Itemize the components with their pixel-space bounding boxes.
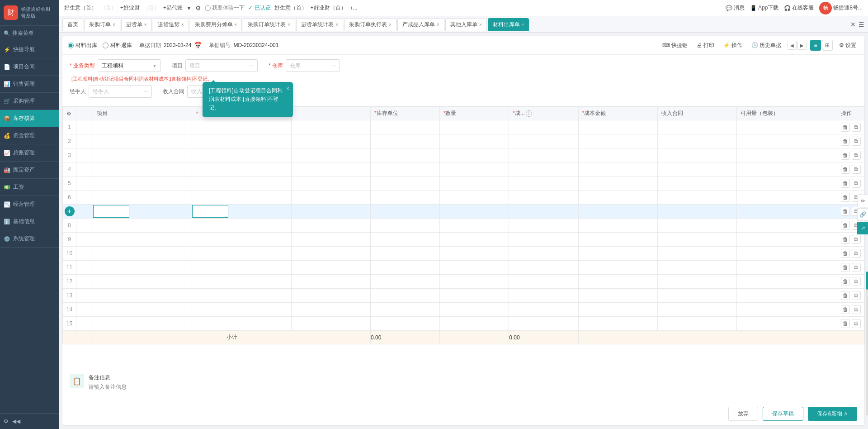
row-10-delete-btn[interactable]: 🗑 (841, 249, 850, 258)
tab-material-out[interactable]: 材料出库单 × (488, 18, 529, 31)
row-5-delete-btn[interactable]: 🗑 (841, 179, 850, 188)
row-1-delete-btn[interactable]: 🗑 (841, 123, 850, 132)
row-12-delete-btn[interactable]: 🗑 (841, 277, 850, 286)
save-draft-btn[interactable]: 保存草稿 (763, 407, 803, 421)
row-1-unit[interactable] (371, 120, 440, 134)
row-1-copy-btn[interactable]: ⧉ (852, 123, 861, 132)
tab-purchase-order[interactable]: 采购订单 × (84, 18, 120, 31)
tab-purchase-exec[interactable]: 采购订单执行表 × (344, 18, 396, 31)
tab-menu-btn[interactable]: ☰ (859, 21, 864, 28)
close-product-in-tab[interactable]: × (437, 22, 439, 27)
discard-btn[interactable]: 放弃 (728, 407, 758, 421)
tab-purchase-in-stat[interactable]: 进货单统计表 × (296, 18, 343, 31)
business-type-input[interactable]: 工程领料 ▼ (98, 59, 161, 72)
topbar-good-finance2[interactable]: +好业财（首） (311, 4, 346, 12)
row-2-project[interactable] (93, 134, 192, 148)
row-9-copy-btn[interactable]: ⧉ (852, 235, 861, 244)
form-settings-btn[interactable]: ⚙ 设置 (836, 40, 859, 51)
tab-purchase-stat[interactable]: 采购订单统计表 × (243, 18, 295, 31)
message-btn[interactable]: 💬 消息 (726, 4, 745, 12)
row-15-copy-btn[interactable]: ⧉ (852, 319, 861, 328)
calendar-icon[interactable]: 📅 (194, 42, 202, 49)
row-1-costamt[interactable] (578, 120, 657, 134)
topbar-experience[interactable]: ◯ 我要体验一下 (205, 4, 245, 12)
row-1-spec[interactable] (291, 120, 370, 134)
handler-more-icon[interactable]: ··· (143, 88, 148, 95)
sidebar-item-sales[interactable]: 📊 销售管理 (0, 76, 59, 93)
row-12-copy-btn[interactable]: ⧉ (852, 277, 861, 286)
close-purchase-in-stat-tab[interactable]: × (335, 22, 338, 27)
th-settings[interactable]: ⚙ (63, 107, 76, 120)
row-10-copy-btn[interactable]: ⧉ (852, 249, 861, 258)
row-1-contract[interactable] (658, 120, 737, 134)
prev-record-btn[interactable]: ◀ (788, 41, 797, 50)
row-11-copy-btn[interactable]: ⧉ (852, 263, 861, 272)
radio-material-out[interactable]: 材料出库 (68, 42, 97, 49)
row-2-qty[interactable] (439, 134, 509, 148)
row-14-delete-btn[interactable]: 🗑 (841, 305, 850, 314)
close-purchase-order-tab[interactable]: × (113, 22, 115, 27)
sidebar-item-finance[interactable]: 💰 资金管理 (0, 127, 59, 144)
row-2-material[interactable] (192, 134, 291, 148)
add-row-delete-btn[interactable]: 🗑 (841, 207, 850, 216)
grid-view-btn[interactable]: ⊞ (822, 40, 833, 51)
close-material-out-tab[interactable]: × (522, 22, 524, 27)
sidebar-item-search[interactable]: 🔍 搜索菜单 (0, 26, 59, 41)
row-4-copy-btn[interactable]: ⧉ (852, 165, 861, 174)
close-purchase-fee-tab[interactable]: × (235, 22, 237, 27)
online-service-btn[interactable]: 🎧 在线客服 (784, 4, 814, 12)
row-3-copy-btn[interactable]: ⧉ (852, 151, 861, 160)
topbar-settings-btn[interactable]: ⚙ (195, 5, 201, 12)
row-13-copy-btn[interactable]: ⧉ (852, 291, 861, 300)
sidebar-item-basicinfo[interactable]: ℹ️ 基础信息 (0, 213, 59, 230)
cost-info-icon[interactable]: i (526, 110, 532, 117)
close-purchase-return-tab[interactable]: × (181, 22, 184, 27)
row-2-costamt[interactable] (578, 134, 657, 148)
close-all-tabs-btn[interactable]: ✕ (850, 21, 856, 28)
handler-input[interactable]: 经手人 ··· (89, 85, 152, 98)
row-1-project[interactable] (93, 120, 192, 134)
radio-material-return[interactable]: 材料退库 (103, 42, 132, 49)
float-link-btn[interactable]: 🔗 (857, 208, 868, 221)
quickkey-btn[interactable]: ⌨ 快捷键 (660, 40, 690, 51)
topbar-dropdown[interactable]: ▼ (186, 5, 192, 11)
tab-purchase-in[interactable]: 进货单 × (121, 18, 152, 31)
float-green-btn[interactable]: ↗ (857, 222, 868, 234)
tooltip-close-btn[interactable]: × (286, 85, 289, 93)
row-2-contract[interactable] (658, 134, 737, 148)
close-other-in-tab[interactable]: × (479, 22, 482, 27)
row-4-delete-btn[interactable]: 🗑 (841, 165, 850, 174)
project-more-icon[interactable]: ··· (249, 62, 254, 69)
sidebar-item-system[interactable]: ⚙️ 系统管理 (0, 230, 59, 248)
warehouse-more-icon[interactable]: ··· (331, 62, 336, 69)
row-9-delete-btn[interactable]: 🗑 (841, 235, 850, 244)
row-2-avail[interactable] (737, 134, 837, 148)
row-2-spec[interactable] (291, 134, 370, 148)
add-row-btn[interactable]: + (65, 206, 75, 216)
notes-input[interactable] (89, 383, 857, 396)
tab-other-in[interactable]: 其他入库单 × (445, 18, 487, 31)
tab-purchase-fee[interactable]: 采购费用分摊单 × (190, 18, 242, 31)
topbar-good-business[interactable]: 好生意（首） (64, 4, 97, 12)
row-1-cost[interactable] (509, 120, 578, 134)
close-purchase-exec-tab[interactable]: × (389, 22, 392, 27)
row-13-delete-btn[interactable]: 🗑 (841, 291, 850, 300)
add-row-material-input[interactable] (192, 205, 228, 218)
warehouse-input[interactable]: 仓库 ··· (286, 59, 340, 72)
tab-product-in[interactable]: 产成品入库单 × (397, 18, 444, 31)
collapse-sidebar-icon[interactable]: ◀◀ (12, 418, 20, 424)
save-new-btn[interactable]: 保存&新增 ∧ (808, 407, 857, 421)
row-2-delete-btn[interactable]: 🗑 (841, 137, 850, 146)
next-record-btn[interactable]: ▶ (797, 41, 807, 50)
app-download-btn[interactable]: 📱 App下载 (750, 4, 778, 12)
row-2-cost[interactable] (509, 134, 578, 148)
topbar-more[interactable]: +... (350, 5, 358, 11)
list-view-btn[interactable]: ≡ (810, 40, 821, 51)
sidebar-item-inventory[interactable]: 📦 库存核算 (0, 110, 59, 127)
row-14-copy-btn[interactable]: ⧉ (852, 305, 861, 314)
row-2-copy-btn[interactable]: ⧉ (852, 137, 861, 146)
user-menu[interactable]: 畅 畅捷通8号... (819, 2, 863, 14)
project-input[interactable]: 项目 ··· (185, 59, 258, 72)
topbar-easy-account[interactable]: +易代账 (163, 4, 183, 12)
scrollbar-thumb[interactable] (866, 272, 868, 290)
